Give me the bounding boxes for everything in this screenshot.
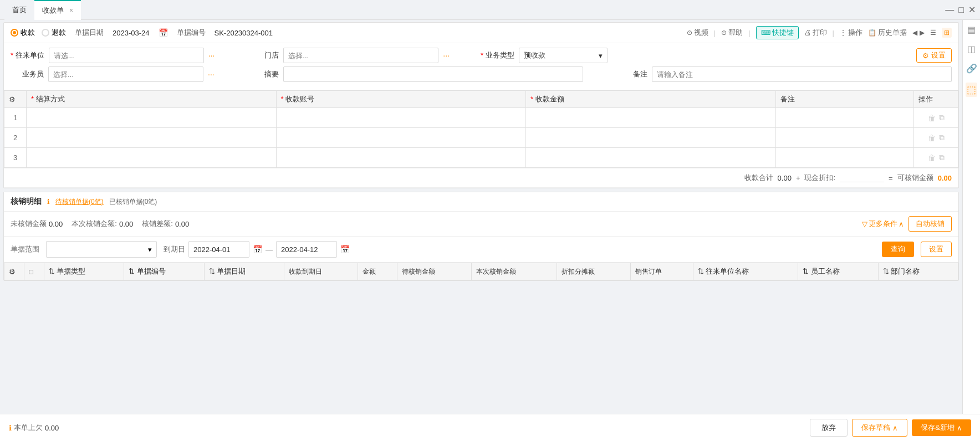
calendar-to-icon[interactable]: 📅 <box>340 245 350 254</box>
row3-account[interactable] <box>276 148 526 168</box>
table-row: 3 🗑 ⧉ <box>4 148 958 168</box>
row3-amount[interactable] <box>526 148 776 168</box>
bottom-order-value: 0.00 <box>45 424 59 432</box>
copy-icon-2[interactable]: ⧉ <box>939 133 945 142</box>
done-tab[interactable]: 已核销单据(0笔) <box>109 197 157 207</box>
sidebar-icon-2[interactable]: ◫ <box>967 44 976 54</box>
tab-active[interactable]: 收款单 × <box>34 0 81 20</box>
save-new-button[interactable]: 保存&新增 ∧ <box>912 419 971 436</box>
plus-sign: + <box>796 174 800 182</box>
calendar-icon[interactable]: 📅 <box>159 28 168 37</box>
tab-home[interactable]: 首页 <box>4 0 34 20</box>
save-draft-button[interactable]: 保存草稿 ∧ <box>852 419 907 437</box>
divider1: | <box>714 29 716 37</box>
nav-right-btn[interactable]: ▶ <box>920 29 925 37</box>
range-select[interactable]: ▾ <box>46 241 157 258</box>
more-conditions-btn[interactable]: ▽ 更多条件 ∧ <box>862 219 904 229</box>
row2-action: 🗑 ⧉ <box>914 128 958 148</box>
delete-icon-3[interactable]: 🗑 <box>928 153 936 162</box>
col-bt-pending: 待核销金额 <box>397 263 471 280</box>
copy-icon-1[interactable]: ⧉ <box>939 113 945 122</box>
counterpart-input[interactable] <box>49 48 204 63</box>
filter-icon: ▽ <box>862 220 867 228</box>
window-close[interactable]: ✕ <box>968 4 976 15</box>
save-draft-label: 保存草稿 <box>861 423 890 433</box>
sidebar-icon-1[interactable]: ▤ <box>967 24 976 35</box>
bottom-table-container: ⚙ □ ⇅ 单据类型 ⇅ 单据编号 <box>4 263 958 280</box>
shop-input[interactable] <box>283 48 438 63</box>
row2-amount[interactable] <box>526 128 776 148</box>
business-type-select[interactable]: 预收款 ▾ <box>519 48 608 63</box>
verification-section: 核销明细 ℹ 待核销单据(0笔) 已核销单据(0笔) 未核销金额 0.00 本次… <box>3 192 959 281</box>
row-num-2: 2 <box>4 128 27 148</box>
col-bt-staff: ⇅ 员工名称 <box>798 263 878 280</box>
remark-input[interactable] <box>652 66 952 82</box>
row-num-1: 1 <box>4 108 27 128</box>
delete-icon-2[interactable]: 🗑 <box>928 134 936 142</box>
filter-row: 未核销金额 0.00 本次核销金额: 0.00 核销差额: 0.00 ▽ 更多条… <box>4 212 958 237</box>
col-gear[interactable]: ⚙ <box>4 91 27 108</box>
auto-verify-btn[interactable]: 自动核销 <box>908 216 952 232</box>
toolbar-right: ⊙ 视频 | ⊙ 帮助 | ⌨ 快捷键 🖨 打印 | ⋮ 操作 📋 历史单据 ◀… <box>687 26 952 39</box>
history-btn[interactable]: 📋 历史单据 <box>868 28 907 38</box>
bottom-action-bar: ℹ 本单上欠 0.00 放弃 保存草稿 ∧ 保存&新增 ∧ <box>0 414 980 441</box>
row1-account[interactable] <box>276 108 526 128</box>
print-btn[interactable]: 🖨 打印 <box>804 28 827 38</box>
unverified-value: 0.00 <box>49 220 63 228</box>
radio-shoukuan[interactable]: 收款 <box>11 28 35 38</box>
operation-btn[interactable]: ⋮ 操作 <box>840 28 862 38</box>
row1-remark[interactable] <box>775 108 913 128</box>
col-btgear[interactable]: ⚙ <box>4 263 24 280</box>
row2-account[interactable] <box>276 128 526 148</box>
staff-more-icon[interactable]: ··· <box>208 70 215 79</box>
tab-active-label: 收款单 <box>42 1 64 20</box>
settings-btn-filter[interactable]: 设置 <box>921 242 952 257</box>
col-btcheck[interactable]: □ <box>24 263 44 280</box>
counterpart-more-icon[interactable]: ··· <box>208 51 215 60</box>
info-icon[interactable]: ℹ <box>47 198 50 206</box>
date-to-input[interactable] <box>276 241 337 258</box>
abandon-button[interactable]: 放弃 <box>810 419 848 437</box>
delete-icon-1[interactable]: 🗑 <box>928 114 936 122</box>
help-btn[interactable]: ⊙ 帮助 <box>721 28 743 38</box>
tab-close-icon[interactable]: × <box>69 1 73 20</box>
required-star: * <box>11 51 13 59</box>
date-from-input[interactable] <box>188 241 249 258</box>
video-btn[interactable]: ⊙ 视频 <box>687 28 708 38</box>
summary-input[interactable] <box>283 66 583 82</box>
sidebar-icon-4[interactable]: ⬚ <box>966 83 977 97</box>
total-label: 收款合计 <box>744 173 773 183</box>
bottom-table-header: ⚙ □ ⇅ 单据类型 ⇅ 单据编号 <box>4 263 958 280</box>
remark-label: 备注 <box>614 69 647 79</box>
total-value: 0.00 <box>778 174 792 182</box>
action-icons-3: 🗑 ⧉ <box>918 153 953 162</box>
staff-input[interactable] <box>48 66 203 82</box>
radio-shoukuan-label: 收款 <box>21 28 35 38</box>
shop-more-icon[interactable]: ··· <box>443 51 450 60</box>
window-minimize[interactable]: — <box>945 5 954 15</box>
layout-icon1[interactable]: ☰ <box>930 29 936 37</box>
table-gear-icon: ⚙ <box>9 95 16 104</box>
row1-amount[interactable] <box>526 108 776 128</box>
settings-button[interactable]: ⚙ 设置 <box>916 48 952 63</box>
radio-tuikuan[interactable]: 退款 <box>42 28 66 38</box>
row3-settle[interactable] <box>27 148 277 168</box>
row2-remark[interactable] <box>775 128 913 148</box>
nav-arrows: ◀ ▶ <box>912 29 925 37</box>
row2-settle[interactable] <box>27 128 277 148</box>
shortcut-btn[interactable]: ⌨ 快捷键 <box>756 26 799 39</box>
pending-tab[interactable]: 待核销单据(0笔) <box>55 197 104 207</box>
window-maximize[interactable]: □ <box>958 5 964 15</box>
copy-icon-3[interactable]: ⧉ <box>939 153 945 162</box>
discount-input[interactable] <box>840 173 884 182</box>
sidebar-icon-3[interactable]: 🔗 <box>966 63 977 74</box>
nav-left-btn[interactable]: ◀ <box>912 29 917 37</box>
row1-settle[interactable] <box>27 108 277 128</box>
layout-icon2[interactable]: ⊞ <box>942 28 952 38</box>
no-label: 单据编号 <box>177 28 206 38</box>
calendar-from-icon[interactable]: 📅 <box>253 245 262 254</box>
filter-right: ▽ 更多条件 ∧ 自动核销 <box>862 216 952 232</box>
row3-remark[interactable] <box>775 148 913 168</box>
col-bt-current: 本次核销金额 <box>471 263 557 280</box>
query-button[interactable]: 查询 <box>882 242 914 257</box>
